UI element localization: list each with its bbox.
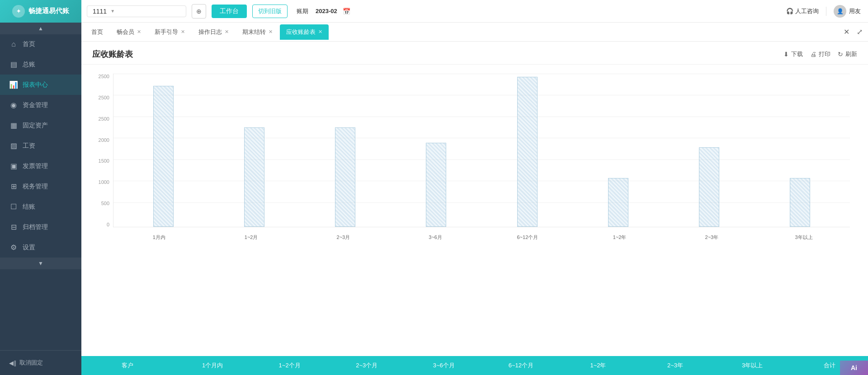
sidebar-item-invoice[interactable]: ▣ 发票管理 bbox=[0, 156, 81, 176]
tab-home[interactable]: 首页 bbox=[85, 24, 109, 40]
consult-label: 人工咨询 bbox=[795, 7, 819, 15]
cancel-fixed-button[interactable]: ◀‖ 取消固定 bbox=[0, 355, 81, 370]
page-title: 应收账龄表 bbox=[92, 49, 133, 60]
tab-ar-aging[interactable]: 应收账龄表 ✕ bbox=[280, 24, 329, 40]
tab-ar-aging-close[interactable]: ✕ bbox=[318, 29, 322, 34]
y-label-500: 500 bbox=[101, 201, 109, 206]
y-label-2500c: 2500 bbox=[99, 116, 109, 122]
th-2-3month: 2~3个月 bbox=[328, 361, 406, 370]
sidebar-item-label: 资金管理 bbox=[23, 101, 48, 109]
sidebar-item-home[interactable]: ⌂ 首页 bbox=[0, 34, 81, 54]
sidebar-item-tax[interactable]: ⊞ 税务管理 bbox=[0, 176, 81, 197]
refresh-label: 刷新 bbox=[845, 50, 857, 58]
fund-icon: ◉ bbox=[9, 101, 18, 109]
assets-icon: ▦ bbox=[9, 121, 18, 130]
bar-group-8 bbox=[755, 74, 845, 227]
tab-guide-close[interactable]: ✕ bbox=[181, 29, 185, 34]
download-icon: ⬇ bbox=[783, 51, 789, 58]
th-3-6month: 3~6个月 bbox=[405, 361, 482, 370]
cancel-fixed-label: 取消固定 bbox=[19, 359, 43, 367]
page-header: 应收账龄表 ⬇ 下载 🖨 打印 ↻ 刷新 bbox=[81, 42, 868, 65]
page-content: 应收账龄表 ⬇ 下载 🖨 打印 ↻ 刷新 bbox=[81, 42, 868, 375]
sidebar-item-checkout[interactable]: ☐ 结账 bbox=[0, 197, 81, 217]
th-6-12month: 6~12个月 bbox=[482, 361, 560, 370]
switch-old-button[interactable]: 切到旧版 bbox=[252, 5, 288, 18]
sidebar-item-label: 首页 bbox=[23, 40, 35, 48]
sidebar-item-label: 设置 bbox=[23, 244, 35, 252]
bar-group-3 bbox=[300, 74, 391, 227]
period-value: 2023-02 bbox=[316, 8, 337, 14]
tab-member-close[interactable]: ✕ bbox=[137, 29, 141, 34]
sidebar: ▲ ⌂ 首页 ▤ 总账 📊 报表中心 ◉ 资金管理 ▦ 固定资产 ▨ 工资 ▣ … bbox=[0, 23, 81, 375]
sidebar-item-general-ledger[interactable]: ▤ 总账 bbox=[0, 54, 81, 75]
tab-period-closing[interactable]: 期末结转 ✕ bbox=[236, 24, 279, 40]
sidebar-item-label: 报表中心 bbox=[23, 81, 48, 89]
y-axis: 2500 2500 2500 2000 1500 1000 500 0 bbox=[90, 74, 113, 227]
sidebar-scroll-down[interactable]: ▼ bbox=[0, 258, 81, 269]
expand-button[interactable]: ⤢ bbox=[855, 26, 864, 38]
bar-2 bbox=[244, 127, 264, 227]
workbench-button[interactable]: 工作台 bbox=[212, 5, 247, 18]
sidebar-item-archive[interactable]: ⊟ 归档管理 bbox=[0, 217, 81, 237]
bar-group-6 bbox=[573, 74, 664, 227]
logo-text: 畅捷通易代账 bbox=[28, 7, 69, 15]
close-all-button[interactable]: ✕ bbox=[842, 26, 851, 38]
y-label-2500a: 2500 bbox=[99, 74, 109, 79]
sidebar-item-label: 归档管理 bbox=[23, 223, 48, 231]
sidebar-item-payroll[interactable]: ▨ 工资 bbox=[0, 136, 81, 156]
x-label-1: 1月内 bbox=[113, 230, 205, 245]
pin-icon: ◀‖ bbox=[9, 360, 17, 366]
sidebar-scroll-up[interactable]: ▲ bbox=[0, 23, 81, 34]
ai-button[interactable]: Ai bbox=[840, 361, 868, 375]
tab-guide[interactable]: 新手引导 ✕ bbox=[148, 24, 191, 40]
company-selector[interactable]: 1111 ▼ bbox=[87, 5, 186, 17]
th-1-2year: 1~2年 bbox=[560, 361, 637, 370]
user-label: 用友 bbox=[849, 7, 861, 15]
refresh-button[interactable]: ↻ 刷新 bbox=[838, 50, 857, 58]
x-labels: 1月内 1~2月 2~3月 3~6月 6~12个月 1~2年 2~3年 3年以上 bbox=[113, 230, 850, 245]
y-label-0: 0 bbox=[107, 222, 109, 227]
x-label-8: 3年以上 bbox=[758, 230, 850, 245]
content-area: 首页 畅会员 ✕ 新手引导 ✕ 操作日志 ✕ 期末结转 ✕ 应收账龄表 ✕ bbox=[81, 23, 868, 375]
bar-group-2 bbox=[209, 74, 300, 227]
tab-operation-log-close[interactable]: ✕ bbox=[225, 29, 229, 34]
y-label-2000: 2000 bbox=[99, 137, 109, 143]
print-button[interactable]: 🖨 打印 bbox=[810, 50, 830, 58]
refresh-icon: ↻ bbox=[838, 51, 843, 58]
logo: ✦ 畅捷通易代账 bbox=[0, 0, 81, 23]
calendar-icon[interactable]: 📅 bbox=[343, 8, 350, 15]
ledger-icon: ▤ bbox=[9, 60, 18, 69]
headset-icon: 🎧 bbox=[786, 8, 793, 14]
copy-button[interactable]: ⊕ bbox=[192, 4, 206, 19]
logo-icon: ✦ bbox=[12, 5, 25, 18]
bar-group-7 bbox=[664, 74, 755, 227]
download-label: 下载 bbox=[791, 50, 803, 58]
sidebar-item-report-center[interactable]: 📊 报表中心 bbox=[0, 75, 81, 95]
sidebar-item-settings[interactable]: ⚙ 设置 bbox=[0, 237, 81, 258]
sidebar-item-label: 工资 bbox=[23, 142, 35, 150]
checkout-icon: ☐ bbox=[9, 202, 18, 211]
bar-5 bbox=[517, 77, 538, 227]
download-button[interactable]: ⬇ 下载 bbox=[783, 50, 803, 58]
company-name: 1111 bbox=[93, 8, 107, 15]
top-header: ✦ 畅捷通易代账 1111 ▼ ⊕ 工作台 切到旧版 账期 2023-02 📅 … bbox=[0, 0, 868, 23]
company-dropdown-arrow: ▼ bbox=[110, 9, 115, 14]
bar-group-1 bbox=[118, 74, 209, 227]
user-area[interactable]: 👤 用友 bbox=[834, 5, 861, 18]
x-label-3: 2~3月 bbox=[297, 230, 390, 245]
tab-operation-log[interactable]: 操作日志 ✕ bbox=[192, 24, 235, 40]
bar-chart: 2500 2500 2500 2000 1500 1000 500 0 bbox=[90, 74, 850, 245]
sidebar-item-fixed-assets[interactable]: ▦ 固定资产 bbox=[0, 115, 81, 136]
bars-row bbox=[113, 74, 850, 227]
avatar: 👤 bbox=[834, 5, 846, 18]
tab-operation-log-label: 操作日志 bbox=[198, 28, 222, 36]
tab-guide-label: 新手引导 bbox=[155, 28, 178, 36]
sidebar-item-label: 结账 bbox=[23, 203, 35, 211]
sidebar-item-fund-management[interactable]: ◉ 资金管理 bbox=[0, 95, 81, 115]
bar-group-5 bbox=[482, 74, 573, 227]
tab-member[interactable]: 畅会员 ✕ bbox=[110, 24, 147, 40]
print-label: 打印 bbox=[819, 50, 830, 58]
tab-period-closing-close[interactable]: ✕ bbox=[269, 29, 273, 34]
header-right: 🎧 人工咨询 👤 用友 bbox=[786, 5, 861, 18]
consult-button[interactable]: 🎧 人工咨询 bbox=[786, 7, 819, 15]
